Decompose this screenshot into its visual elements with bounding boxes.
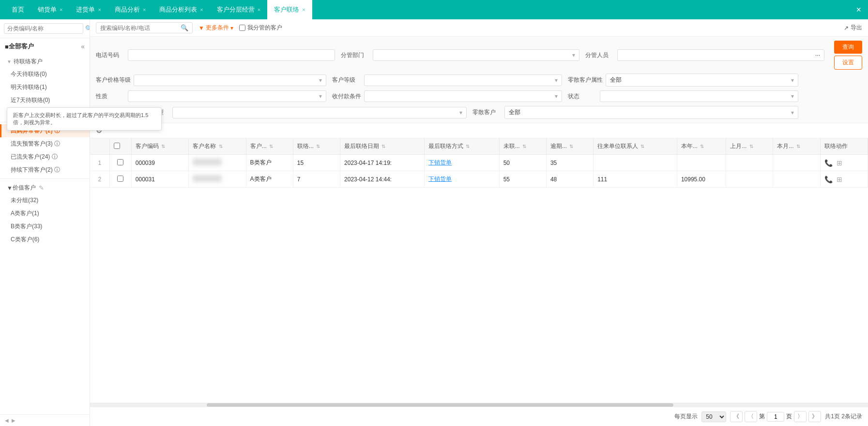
row1-last-method[interactable]: 下销货单 bbox=[425, 155, 500, 171]
price-grade-select[interactable]: ▾ bbox=[134, 74, 326, 86]
close-sales-order-icon[interactable]: × bbox=[60, 7, 62, 13]
scrollbar-thumb[interactable] bbox=[207, 403, 673, 407]
col-this-month[interactable]: 本月... ⇅ bbox=[773, 138, 820, 155]
filter-field-customer-type: 客户类型 ▾ bbox=[140, 107, 467, 118]
status-select[interactable]: ▾ bbox=[600, 90, 798, 102]
customer-grade-select[interactable]: ▾ bbox=[364, 74, 563, 86]
row2-menu-icon[interactable]: ⊞ bbox=[837, 176, 842, 183]
row2-checkbox[interactable] bbox=[109, 171, 131, 188]
window-close-icon[interactable]: × bbox=[856, 5, 861, 15]
col-no-contact[interactable]: 未联... ⇅ bbox=[499, 138, 546, 155]
edit-value-group-icon[interactable]: ✎ bbox=[39, 184, 44, 191]
retail-attr-select[interactable]: 全部 ▾ bbox=[606, 73, 798, 87]
dept-select-arrow: ▾ bbox=[572, 52, 575, 59]
per-page-select[interactable]: 50 100 200 bbox=[701, 411, 726, 422]
nav-sales-order[interactable]: 销货单 × bbox=[31, 0, 69, 19]
col-this-year[interactable]: 本年... ⇅ bbox=[677, 138, 726, 155]
settings-button[interactable]: 设置 bbox=[834, 56, 862, 70]
query-button[interactable]: 查询 bbox=[834, 41, 862, 54]
col-last-date[interactable]: 最后联络日期 ⇅ bbox=[340, 138, 425, 155]
my-customers-checkbox-area[interactable]: 我分管的客户 bbox=[239, 24, 282, 32]
sidebar-item-tomorrow-contact[interactable]: 明天待联络(1) bbox=[0, 81, 90, 94]
sidebar-item-b-class[interactable]: B类客户(33) bbox=[0, 220, 90, 233]
dept-label: 分管部门 bbox=[341, 51, 370, 59]
row2-last-date: 2023-04-12 14:44: bbox=[340, 171, 425, 188]
row1-no-contact: 50 bbox=[499, 155, 546, 171]
last-page-button[interactable]: 》 bbox=[808, 411, 821, 422]
col-index bbox=[90, 138, 109, 155]
sidebar-collapse-icon[interactable]: « bbox=[81, 43, 85, 50]
col-contacts[interactable]: 往来单位联系人 ⇅ bbox=[594, 138, 677, 155]
first-page-button[interactable]: 《 bbox=[730, 411, 743, 422]
close-customer-contact-icon[interactable]: × bbox=[302, 7, 305, 13]
pagination-nav: 《 〈 第 页 〉 》 bbox=[730, 411, 821, 422]
sidebar-item-week-contact[interactable]: 近7天待联络(0) bbox=[0, 94, 90, 107]
close-purchase-order-icon[interactable]: × bbox=[98, 7, 101, 13]
sidebar-search-input[interactable] bbox=[4, 23, 83, 34]
col-overdue[interactable]: 逾期... ⇅ bbox=[546, 138, 593, 155]
search-icon: 🔍 bbox=[181, 24, 188, 31]
prev-page-button[interactable]: 〈 bbox=[745, 411, 757, 422]
col-code[interactable]: 客户编码 ⇅ bbox=[131, 138, 188, 155]
my-customers-checkbox[interactable] bbox=[239, 25, 245, 31]
row1-menu-icon[interactable]: ⊞ bbox=[837, 159, 842, 167]
col-contact-count[interactable]: 联络... ⇅ bbox=[293, 138, 340, 155]
phone-input[interactable] bbox=[128, 49, 335, 61]
sidebar-item-c-class[interactable]: C类客户(6) bbox=[0, 233, 90, 246]
customer-type-select[interactable]: ▾ bbox=[172, 107, 467, 118]
customer-table: 客户编码 ⇅ 客户名称 ⇅ 客户... ⇅ 联络... ⇅ 最后联络日期 ⇅ 最… bbox=[90, 138, 868, 403]
sidebar-item-today-contact[interactable]: 今天待联络(0) bbox=[0, 68, 90, 81]
payment-select[interactable]: ▾ bbox=[364, 90, 563, 102]
nav-customer-segmentation[interactable]: 客户分层经营 × bbox=[210, 0, 267, 19]
row1-call-icon[interactable]: 📞 bbox=[824, 159, 833, 167]
col-grade[interactable]: 客户... ⇅ bbox=[246, 138, 293, 155]
col-last-month[interactable]: 上月... ⇅ bbox=[726, 138, 773, 155]
row1-checkbox[interactable] bbox=[109, 155, 131, 171]
select-all-checkbox[interactable] bbox=[114, 143, 120, 149]
sidebar-group-pending-contact[interactable]: ▼ 待联络客户 bbox=[0, 55, 90, 68]
nav-product-analysis-list[interactable]: 商品分析列表 × bbox=[152, 0, 210, 19]
nature-select[interactable]: ▾ bbox=[128, 90, 326, 102]
sidebar-item-a-class[interactable]: A类客户(1) bbox=[0, 207, 90, 220]
nav-home[interactable]: 首页 bbox=[5, 0, 31, 19]
row2-last-method[interactable]: 下销货单 bbox=[425, 171, 500, 188]
sidebar-item-declining[interactable]: 持续下滑客户(2) ⓘ bbox=[0, 163, 90, 176]
customer-type-arrow: ▾ bbox=[459, 109, 462, 116]
filter-field-customer-grade: 客户等级 ▾ bbox=[332, 74, 563, 86]
sidebar-item-ungrouped[interactable]: 未分组(32) bbox=[0, 194, 90, 207]
sidebar-group-value-customers[interactable]: ▼ 价值客户 ✎ bbox=[0, 181, 90, 194]
row2-index: 2 bbox=[90, 171, 109, 188]
advanced-filter: 电话号码 分管部门 ▾ 分管人员 ··· 查询 bbox=[90, 37, 868, 123]
horizontal-scrollbar[interactable] bbox=[90, 403, 868, 407]
nav-customer-contact[interactable]: 客户联络 × bbox=[267, 0, 312, 19]
close-product-analysis-list-icon[interactable]: × bbox=[200, 7, 203, 13]
page-number-input[interactable] bbox=[767, 412, 784, 422]
sidebar-item-churned[interactable]: 已流失客户(24) ⓘ bbox=[0, 150, 90, 163]
sidebar-search-icon[interactable]: 🔍 bbox=[85, 25, 90, 32]
payment-label: 收付款条件 bbox=[332, 92, 361, 101]
retail-attr-label: 零散客户属性 bbox=[568, 76, 603, 84]
status-label: 状态 bbox=[568, 92, 597, 101]
person-select[interactable]: ··· bbox=[617, 49, 824, 61]
filter-row-2: 客户价格等级 ▾ 客户等级 ▾ 零散客户属性 全部 bbox=[96, 73, 862, 87]
close-customer-segmentation-icon[interactable]: × bbox=[258, 7, 260, 13]
retail-customer-select[interactable]: 全部 ▾ bbox=[504, 106, 799, 119]
dept-select[interactable]: ▾ bbox=[373, 49, 580, 61]
close-product-analysis-icon[interactable]: × bbox=[143, 7, 146, 13]
nav-product-analysis[interactable]: 商品分析 × bbox=[108, 0, 152, 19]
next-page-button[interactable]: 〉 bbox=[794, 411, 807, 422]
table-footer: 每页显示 50 100 200 《 〈 第 页 〉 》 共1页 2条记录 bbox=[90, 407, 868, 426]
sidebar-all-customers[interactable]: ■ 全部客户 « bbox=[0, 38, 90, 55]
row1-contact-count: 15 bbox=[293, 155, 340, 171]
nav-purchase-order[interactable]: 进货单 × bbox=[69, 0, 107, 19]
col-name[interactable]: 客户名称 ⇅ bbox=[189, 138, 246, 155]
row1-code: 000039 bbox=[131, 155, 188, 171]
export-button[interactable]: ↗ 导出 bbox=[844, 24, 862, 32]
col-last-method[interactable]: 最后联络方式 ⇅ bbox=[425, 138, 500, 155]
row1-last-date: 2023-04-17 14:19: bbox=[340, 155, 425, 171]
row2-call-icon[interactable]: 📞 bbox=[824, 176, 833, 183]
filter-bar: 🔍 ▼ 更多条件 ▾ 我分管的客户 ↗ 导出 bbox=[90, 19, 868, 37]
more-conditions-button[interactable]: ▼ 更多条件 ▾ bbox=[198, 24, 233, 32]
sidebar-item-churn-warning[interactable]: 流失预警客户(3) ⓘ bbox=[0, 137, 90, 150]
search-input[interactable] bbox=[100, 25, 181, 31]
